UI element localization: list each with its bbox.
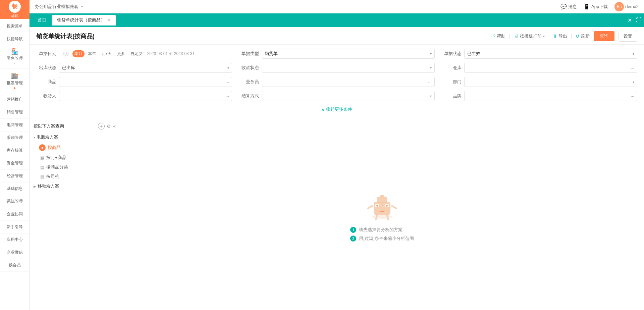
topbar: 办公用品行业模拟账套 ▾ 💬 消息 📱 App下载 Ea demo2 xyxy=(30,0,644,13)
sidebar-item-purchase[interactable]: 采购管理 xyxy=(0,132,29,144)
scheme-settings-btn[interactable]: ⚙ xyxy=(107,123,111,129)
filter-settle-control[interactable]: ▾ xyxy=(262,91,435,101)
tab-report[interactable]: 销货单统计表（按商品） ✕ xyxy=(52,15,116,25)
tab-home[interactable]: 首页 xyxy=(32,15,52,25)
settings-btn[interactable]: 设置 xyxy=(619,31,637,42)
date-tab-7days[interactable]: 近7天 xyxy=(99,50,114,57)
scheme-desktop-arrow: ▾ xyxy=(34,136,35,139)
scheme-item-by-cashier[interactable]: ▤ 按司机 xyxy=(30,172,120,181)
app-download-btn[interactable]: 📱 App下载 xyxy=(584,4,608,10)
svg-point-0 xyxy=(372,215,392,219)
wholesale-icon: 🏬 xyxy=(11,72,18,80)
filter-goods-dots[interactable]: ··· xyxy=(225,80,229,85)
scheme-mobile-arrow: ▶ xyxy=(34,185,36,188)
scheme-panel-title: 按以下方案查询 xyxy=(34,123,96,129)
sidebar: 畅 标账 搜索菜单 快捷导航 🏪 零售管理 ▾ 🏬 批发管理 ▲ 营销推广 销售… xyxy=(0,0,30,310)
help-icon: ? xyxy=(493,34,495,39)
scheme-item-by-cashier-icon: ▤ xyxy=(40,174,44,179)
user-avatar: Ea xyxy=(614,2,624,11)
refresh-icon: ↺ xyxy=(576,34,580,39)
tab-fullscreen-icon[interactable]: ⛶ xyxy=(636,17,641,23)
filter-warehouse2-control[interactable]: ··· xyxy=(464,63,637,73)
svg-rect-7 xyxy=(380,195,384,198)
scheme-desktop-group-header[interactable]: ▾ 电脑端方案 xyxy=(30,132,120,142)
filter-doc-status-value: 已生效 xyxy=(467,51,633,57)
sidebar-item-inventory[interactable]: 库存核算 xyxy=(0,144,29,157)
date-tab-last-month[interactable]: 上月 xyxy=(59,50,71,57)
date-tabs: 上月 本月 本年 近7天 更多 自定义 xyxy=(59,50,145,57)
filter-dept-control[interactable]: ▾ xyxy=(464,77,637,87)
help-label: 帮助 xyxy=(497,33,505,39)
tab-close-icon[interactable]: ✕ xyxy=(107,18,110,22)
filter-goods-control[interactable]: ··· xyxy=(59,77,232,87)
scheme-item-by-month-goods[interactable]: ▦ 按月+商品 xyxy=(30,153,120,162)
filter-salesperson-dots[interactable]: ··· xyxy=(428,80,432,85)
export-btn[interactable]: ⬇ 导出 xyxy=(553,33,567,39)
topbar-breadcrumb-area: 办公用品行业模拟账套 ▾ xyxy=(35,4,83,10)
tip-num-2: 2 xyxy=(350,236,356,242)
breadcrumb-text: 办公用品行业模拟账套 xyxy=(35,4,78,10)
filter-brand-dots[interactable]: ··· xyxy=(631,94,634,99)
filter-receiver-dots[interactable]: ··· xyxy=(225,94,229,99)
sidebar-item-ecommerce[interactable]: 电商管理 xyxy=(0,119,29,132)
sidebar-item-finance[interactable]: 资金管理 xyxy=(0,157,29,170)
sidebar-item-operations[interactable]: 经营管理 xyxy=(0,170,29,183)
svg-line-8 xyxy=(368,206,372,208)
sidebar-item-system[interactable]: 系统管理 xyxy=(0,195,29,208)
filter-date-label: 单据日期 xyxy=(36,51,56,57)
scheme-add-btn[interactable]: + xyxy=(98,123,105,130)
filter-warehouse-status-control[interactable]: 已出库 ▾ xyxy=(59,63,232,73)
refresh-btn[interactable]: ↺ 刷新 xyxy=(576,33,590,39)
scheme-item-by-category[interactable]: ▤ 按商品分类 xyxy=(30,162,120,172)
filter-doc-type-arrow: ▾ xyxy=(430,52,432,56)
sidebar-search-menu[interactable]: 搜索菜单 xyxy=(7,22,23,31)
sidebar-item-wechat[interactable]: 企业微信 xyxy=(0,246,29,259)
tab-close-window-icon[interactable]: ✕ xyxy=(628,17,632,23)
sidebar-item-marketing[interactable]: 营销推广 xyxy=(0,93,29,106)
sidebar-item-basic[interactable]: 基础信息 xyxy=(0,183,29,195)
export-icon: ⬇ xyxy=(553,34,557,39)
help-btn[interactable]: ? 帮助 xyxy=(493,33,505,39)
scheme-collapse-btn[interactable]: « xyxy=(113,123,116,129)
filter-brand-label: 品牌 xyxy=(441,93,462,99)
date-tab-this-month[interactable]: 本月 xyxy=(72,50,85,57)
filter-warehouse2-dots[interactable]: ··· xyxy=(631,65,634,70)
query-btn[interactable]: 查询 xyxy=(594,31,614,41)
divider1 xyxy=(509,34,510,39)
scheme-item-by-goods[interactable]: ● 按商品 xyxy=(30,142,120,153)
message-btn[interactable]: 💬 消息 xyxy=(560,4,577,10)
filter-brand-control[interactable]: ··· xyxy=(464,91,637,101)
sidebar-item-member[interactable]: 畅会员 xyxy=(0,259,29,272)
breadcrumb-dropdown-icon[interactable]: ▾ xyxy=(81,5,83,8)
sidebar-item-guide[interactable]: 新手引导 xyxy=(0,221,29,234)
scheme-mobile-group-header[interactable]: ▶ 移动端方案 xyxy=(30,181,120,191)
page-title: 销货单统计表(按商品) xyxy=(36,32,95,40)
topbar-right-area: 💬 消息 📱 App下载 Ea demo2 xyxy=(560,2,639,11)
sidebar-item-apps[interactable]: 应用中心 xyxy=(0,234,29,246)
filter-doc-type: 单据类型 销货单 ▾ xyxy=(239,49,435,59)
collapse-filters-btn[interactable]: ∧ 收起更多条件 xyxy=(36,105,637,114)
sidebar-item-sales[interactable]: 销售管理 xyxy=(0,106,29,119)
sidebar-item-retail[interactable]: 🏪 零售管理 ▾ xyxy=(0,44,29,69)
date-tab-this-year[interactable]: 本年 xyxy=(86,50,98,57)
filter-doc-type-control[interactable]: 销货单 ▾ xyxy=(262,49,435,59)
sidebar-item-corp[interactable]: 企业协同 xyxy=(0,208,29,221)
collapse-up-icon: ∧ xyxy=(321,107,325,112)
date-tab-more[interactable]: 更多 xyxy=(115,50,127,57)
filter-salesperson-control[interactable]: ··· xyxy=(262,77,435,87)
filter-payment-control[interactable]: ▾ xyxy=(262,63,435,73)
scheme-item-by-month-label: 按月+商品 xyxy=(46,155,66,161)
print-dropdown-icon[interactable]: ▾ xyxy=(543,35,545,38)
scheme-panel-icons: + ⚙ « xyxy=(98,123,116,130)
user-area[interactable]: Ea demo2 xyxy=(614,2,639,11)
export-label: 导出 xyxy=(558,33,567,39)
content-wrapper: 按以下方案查询 + ⚙ « ▾ 电脑端方案 ● xyxy=(30,118,644,310)
sidebar-quick-nav[interactable]: 快捷导航 xyxy=(7,36,23,42)
filter-receiver-control[interactable]: ··· xyxy=(59,91,232,101)
sidebar-item-wholesale[interactable]: 🏬 批发管理 ▲ xyxy=(0,69,29,93)
date-tab-custom[interactable]: 自定义 xyxy=(128,50,145,57)
filter-doc-status-control[interactable]: 已生效 ▾ xyxy=(464,49,637,59)
wholesale-arrow: ▲ xyxy=(13,86,16,90)
filter-receiver: 收货人 ··· xyxy=(36,91,232,101)
print-btn[interactable]: 🖨 按模板打印 ▾ xyxy=(514,33,545,39)
